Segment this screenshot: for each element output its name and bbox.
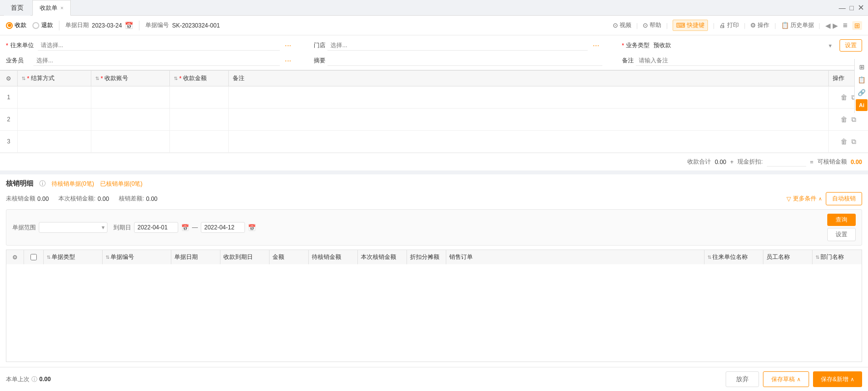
window-close-icon[interactable]: ✕ <box>858 3 864 12</box>
tab-active-receipt[interactable]: 收款单 × <box>32 0 71 16</box>
form-row-1: * 往来单位 ··· 门店 ··· * 业务类型 预收款 ▾ 设置 <box>6 39 862 52</box>
auto-writeoff-button[interactable]: 自动核销 <box>826 192 862 205</box>
window-min-icon[interactable]: — <box>839 4 846 12</box>
td-settle-3[interactable] <box>18 131 91 152</box>
td-amount-2[interactable] <box>170 109 229 130</box>
list-icon[interactable]: ≡ <box>843 21 847 30</box>
more-conditions-btn[interactable]: ▽ 更多条件 ∧ <box>787 195 822 203</box>
action-video[interactable]: ⊙ 视频 <box>613 21 631 29</box>
grid-icon[interactable]: ⊞ <box>852 21 862 30</box>
query-button[interactable]: 查询 <box>827 214 856 226</box>
dth-gear[interactable]: ⚙ <box>6 250 24 264</box>
sidebar-ai-icon[interactable]: Ai <box>856 99 868 111</box>
detail-table-header: ⚙ ⇅ 单据类型 ⇅ 单据编号 单据日期 收款到期日 金额 待核销金额 <box>6 250 862 264</box>
abstract-input[interactable] <box>327 56 602 66</box>
history-icon: 📋 <box>781 22 789 29</box>
action-shortcut[interactable]: ⌨ 快捷键 <box>673 20 708 31</box>
dth-doc-type: ⇅ 单据类型 <box>44 250 103 264</box>
date-from-input[interactable] <box>134 222 178 233</box>
date-to-input[interactable] <box>201 222 245 233</box>
action-operate[interactable]: ⚙ 操作 <box>750 21 769 29</box>
required-mark2: * <box>101 75 103 82</box>
staff-input[interactable] <box>33 56 280 66</box>
date-calendar-to-icon[interactable]: 📅 <box>248 224 256 231</box>
tab-close-icon[interactable]: × <box>60 5 63 11</box>
business-type-dropdown-icon[interactable]: ▾ <box>829 42 832 49</box>
dth-doc-num: ⇅ 单据编号 <box>103 250 171 264</box>
writeoff-header: 核销明细 ⓘ 待核销单据(0笔) 已核销单据(0笔) <box>6 179 862 188</box>
td-remark-2[interactable] <box>229 109 829 130</box>
discount-input[interactable] <box>767 157 806 167</box>
form-row-2: 业务员 ··· 摘要 备注 <box>6 56 862 66</box>
verifiable-value: 0.00 <box>851 159 862 166</box>
tab-home[interactable]: 首页 <box>4 0 30 16</box>
td-account-1[interactable] <box>91 86 170 108</box>
action-help[interactable]: ⊙ 帮助 <box>643 21 661 29</box>
config-button[interactable]: 设置 <box>827 228 856 241</box>
abstract-field: 摘要 <box>314 56 602 66</box>
remark-input[interactable] <box>636 56 862 66</box>
required-mark: * <box>27 75 29 82</box>
print-icon: 🖨 <box>719 22 726 29</box>
dth-checkbox[interactable] <box>24 250 44 264</box>
th-gear[interactable]: ⚙ <box>0 71 18 86</box>
delete-icon-2[interactable]: 🗑 <box>841 115 847 123</box>
window-max-icon[interactable]: □ <box>850 4 854 12</box>
done-tab[interactable]: 已核销单据(0笔) <box>100 180 143 188</box>
sidebar-link-icon[interactable]: 🔗 <box>856 86 868 98</box>
td-account-3[interactable] <box>91 131 170 152</box>
th-receipt-amount: ⇅ * 收款金额 <box>170 71 229 86</box>
doc-date-calendar-icon[interactable]: 📅 <box>125 22 133 29</box>
range-select[interactable] <box>39 222 108 233</box>
dth-this-time-amount: 本次核销金额 <box>358 250 407 264</box>
toolbar: 收款 退款 单据日期 2023-03-24 📅 单据编号 SK-20230324… <box>0 16 868 35</box>
select-all-checkbox[interactable] <box>30 254 37 260</box>
video-label: 视频 <box>620 21 631 29</box>
radio-refund[interactable]: 退款 <box>32 21 53 29</box>
nav-left-icon[interactable]: ◀ <box>825 22 831 29</box>
range-filter-field: 单据范围 ▾ <box>12 222 108 233</box>
counterparty-field: * 往来单位 ··· <box>6 40 294 51</box>
abandon-button[interactable]: 放弃 <box>726 371 759 387</box>
filter-icon: ▽ <box>787 196 791 202</box>
save-new-button[interactable]: 保存&新增 ∧ <box>813 371 862 387</box>
counterparty-input[interactable] <box>38 40 280 51</box>
delete-icon-1[interactable]: 🗑 <box>841 93 847 101</box>
copy-icon-3[interactable]: ⧉ <box>851 138 856 146</box>
store-more-icon[interactable]: ··· <box>590 41 602 50</box>
settings-button[interactable]: 设置 <box>840 39 862 52</box>
history-label: 历史单据 <box>790 21 814 29</box>
delete-icon-3[interactable]: 🗑 <box>841 138 847 145</box>
sidebar-table-icon[interactable]: ⊞ <box>856 61 868 73</box>
staff-field: 业务员 ··· <box>6 56 294 66</box>
this-doc-info-icon[interactable]: ⓘ <box>31 375 37 384</box>
toolbar-nav: ◀ ▶ <box>825 22 838 29</box>
store-input[interactable] <box>327 40 588 51</box>
pending-tab[interactable]: 待核销单据(0笔) <box>52 180 94 188</box>
this-doc-info: 本单上次 ⓘ 0.00 <box>6 375 51 384</box>
td-settle-1[interactable] <box>18 86 91 108</box>
staff-more-icon[interactable]: ··· <box>282 56 294 65</box>
save-draft-button[interactable]: 保存草稿 ∧ <box>763 371 809 387</box>
store-label: 门店 <box>314 41 326 50</box>
copy-icon-2[interactable]: ⧉ <box>851 115 856 124</box>
date-calendar-from-icon[interactable]: 📅 <box>181 224 189 231</box>
td-settle-2[interactable] <box>18 109 91 130</box>
td-remark-3[interactable] <box>229 131 829 152</box>
required-mark2: * <box>622 42 624 49</box>
td-amount-1[interactable] <box>170 86 229 108</box>
nav-right-icon[interactable]: ▶ <box>833 22 838 29</box>
td-remark-1[interactable] <box>229 86 829 108</box>
writeoff-info-icon[interactable]: ⓘ <box>39 179 46 188</box>
td-num-2: 2 <box>0 109 18 130</box>
action-print[interactable]: 🖨 打印 <box>719 21 739 29</box>
this-time-value: 0.00 <box>98 196 109 202</box>
td-account-2[interactable] <box>91 109 170 130</box>
sidebar-doc-icon[interactable]: 📋 <box>856 74 868 85</box>
verifiable-label: 可核销金额 <box>817 158 847 166</box>
radio-receipt[interactable]: 收款 <box>6 21 27 29</box>
counterparty-more-icon[interactable]: ··· <box>282 41 294 50</box>
td-amount-3[interactable] <box>170 131 229 152</box>
action-history[interactable]: 📋 历史单据 <box>781 21 814 29</box>
sort-icon-cp: ⇅ <box>707 254 711 260</box>
